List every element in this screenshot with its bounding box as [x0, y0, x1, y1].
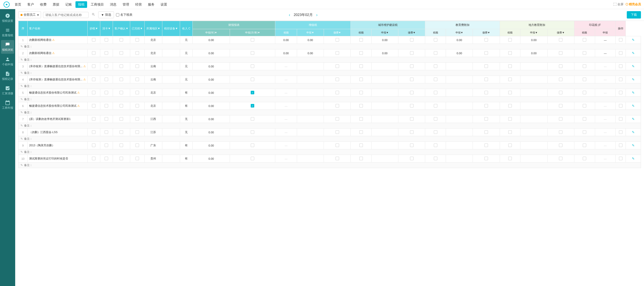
jiaoyu-jiao-cell[interactable]	[500, 63, 520, 70]
kehuqueren-cell[interactable]	[113, 89, 130, 97]
zengzhi-jiao-cell[interactable]	[351, 155, 372, 163]
chengshi-shen-cell[interactable]	[398, 89, 425, 97]
remark-pencil-icon[interactable]: ✎	[21, 45, 23, 48]
caibao-nian-cell[interactable]	[230, 49, 275, 57]
qingka-cell[interactable]	[100, 129, 113, 136]
chengshi-jiao-cell[interactable]	[425, 76, 446, 83]
edit-icon[interactable]: ✎	[632, 144, 635, 147]
difang-jiao-cell[interactable]	[574, 89, 595, 97]
yiwanshui-cell[interactable]	[130, 63, 144, 70]
jiaoyu-jiao-cell[interactable]	[500, 102, 520, 110]
difang-shen-cell[interactable]	[547, 63, 574, 70]
difang-jiao-cell[interactable]	[574, 49, 595, 57]
chengshi-shen-cell[interactable]	[398, 129, 425, 136]
remark-pencil-icon[interactable]: ✎	[21, 124, 23, 127]
remark-pencil-icon[interactable]: ✎	[21, 150, 23, 153]
jiaoyu-shen-cell[interactable]	[473, 129, 500, 136]
zengzhi-shen-cell[interactable]	[324, 49, 350, 57]
qingka-cell[interactable]	[100, 36, 113, 44]
zengzhi-shen-cell[interactable]	[324, 36, 350, 44]
zengzhi-shen-cell[interactable]	[324, 102, 350, 110]
download-button[interactable]: 下载	[627, 11, 641, 19]
zengzhi-jiao-cell[interactable]	[351, 76, 372, 83]
kehuqueren-cell[interactable]	[113, 155, 130, 163]
difang-shen-cell[interactable]	[547, 76, 574, 83]
chengshi-shen-cell[interactable]	[398, 102, 425, 110]
chaoshui-cell[interactable]	[87, 155, 100, 163]
jiaoyu-shen-cell[interactable]	[473, 63, 500, 70]
chaoshui-cell[interactable]	[87, 63, 100, 70]
chaoshui-cell[interactable]	[87, 36, 100, 44]
nav-invoice[interactable]: 票据	[50, 1, 62, 8]
yinhua-shen-cell[interactable]	[616, 129, 626, 136]
remark-pencil-icon[interactable]: ✎	[21, 111, 23, 114]
qingka-cell[interactable]	[100, 89, 113, 97]
edit-cell[interactable]: ✎	[626, 155, 641, 163]
caibao-nian-cell[interactable]	[230, 129, 275, 136]
sidebar-item-personal-tax[interactable]: 个税申报	[1, 55, 14, 68]
next-month-btn[interactable]: ›	[315, 12, 319, 18]
yiwanshui-cell[interactable]	[130, 102, 144, 110]
caibao-nian-cell[interactable]	[230, 115, 275, 123]
zengzhi-jiao-cell[interactable]	[351, 89, 372, 97]
jiaoyu-jiao-cell[interactable]	[500, 115, 520, 123]
jiaoyu-jiao-cell[interactable]	[500, 89, 520, 97]
difang-jiao-cell[interactable]	[574, 63, 595, 70]
edit-cell[interactable]: ✎	[626, 89, 641, 97]
jiaoyu-shen-cell[interactable]	[473, 36, 500, 44]
chaoshui-cell[interactable]	[87, 142, 100, 149]
nav-home[interactable]: 首页	[12, 1, 24, 8]
chengshi-jiao-cell[interactable]	[425, 36, 446, 44]
member-btn[interactable]: ⬡ 稻壳会员	[626, 2, 641, 7]
chengshi-shen-cell[interactable]	[398, 142, 425, 149]
chengshi-shen-cell[interactable]	[398, 76, 425, 83]
yiwanshui-cell[interactable]	[130, 115, 144, 123]
kehuqueren-cell[interactable]	[113, 142, 130, 149]
edit-cell[interactable]: ✎	[626, 115, 641, 123]
qingka-cell[interactable]	[100, 102, 113, 110]
chaoshui-cell[interactable]	[87, 76, 100, 83]
difang-jiao-cell[interactable]	[574, 115, 595, 123]
yiwanshui-cell[interactable]	[130, 49, 144, 57]
chengshi-jiao-cell[interactable]	[425, 49, 446, 57]
yinhua-shen-cell[interactable]	[616, 142, 626, 149]
edit-icon[interactable]: ✎	[632, 157, 635, 160]
yinhua-shen-cell[interactable]	[616, 89, 626, 97]
sidebar-item-batch-tax[interactable]: 批量报税	[1, 26, 14, 39]
sidebar-item-annual[interactable]: 工商年报	[1, 98, 14, 112]
zengzhi-jiao-cell[interactable]	[351, 63, 372, 70]
difang-shen-cell[interactable]	[547, 142, 574, 149]
caibao-nian-cell[interactable]	[230, 89, 275, 97]
jiaoyu-shen-cell[interactable]	[473, 142, 500, 149]
yinhua-shen-cell[interactable]	[616, 36, 626, 44]
edit-icon[interactable]: ✎	[632, 104, 635, 108]
qingka-cell[interactable]	[100, 76, 113, 83]
zengzhi-shen-cell[interactable]	[324, 129, 350, 136]
difang-shen-cell[interactable]	[547, 115, 574, 123]
jiaoyu-jiao-cell[interactable]	[500, 155, 520, 163]
kehuqueren-cell[interactable]	[113, 49, 130, 57]
nav-operation[interactable]: 经营	[133, 1, 144, 8]
difang-shen-cell[interactable]	[547, 89, 574, 97]
difang-shen-cell[interactable]	[547, 129, 574, 136]
edit-icon[interactable]: ✎	[632, 51, 635, 55]
edit-cell[interactable]: ✎	[626, 63, 641, 70]
chengshi-shen-cell[interactable]	[398, 115, 425, 123]
zengzhi-jiao-cell[interactable]	[351, 142, 372, 149]
yinhua-shen-cell[interactable]	[616, 102, 626, 110]
qingka-cell[interactable]	[100, 115, 113, 123]
edit-cell[interactable]: ✎	[626, 129, 641, 136]
chengshi-jiao-cell[interactable]	[425, 155, 446, 163]
zengzhi-shen-cell[interactable]	[324, 142, 350, 149]
qingka-cell[interactable]	[100, 142, 113, 149]
zengzhi-shen-cell[interactable]	[324, 155, 350, 163]
qingka-cell[interactable]	[100, 63, 113, 70]
jiaoyu-shen-cell[interactable]	[473, 155, 500, 163]
difang-shen-cell[interactable]	[547, 49, 574, 57]
yiwanshui-cell[interactable]	[130, 36, 144, 44]
chengshi-shen-cell[interactable]	[398, 63, 425, 70]
edit-icon[interactable]: ✎	[632, 117, 635, 121]
yiwanshui-cell[interactable]	[130, 142, 144, 149]
edit-cell[interactable]: ✎	[626, 36, 641, 44]
sidebar-item-settle[interactable]: 汇算清缴	[1, 84, 14, 97]
